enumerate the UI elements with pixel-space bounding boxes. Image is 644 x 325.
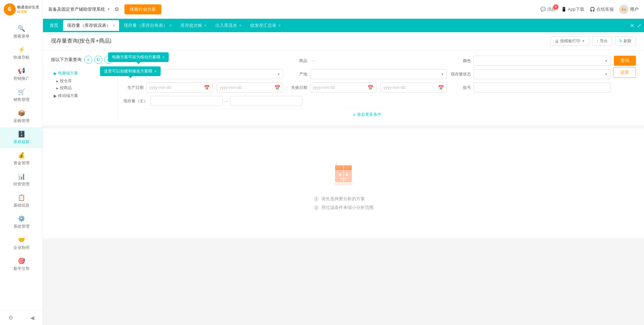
- collapse-btn[interactable]: ∧ 收起更多条件: [353, 112, 381, 117]
- collapse-bar: ∧ 收起更多条件: [123, 109, 610, 120]
- collapse-sidebar-btn[interactable]: ◀: [30, 315, 34, 321]
- filter-label: 按以下方案查询: [51, 57, 82, 63]
- size-select[interactable]: [146, 69, 283, 79]
- guide-icon: 🎯: [18, 257, 25, 265]
- stock-qty-from[interactable]: [150, 96, 223, 106]
- page-title: 现存量查询(按仓库+商品): [51, 38, 111, 45]
- expire-date-from[interactable]: yyyy-mm-dd 📅: [310, 83, 376, 93]
- refresh-btn[interactable]: ↻ 刷新: [615, 36, 636, 46]
- tab-inventory-dist[interactable]: 现存量（库存分布表） ×: [120, 20, 176, 31]
- sidebar-item-inventory[interactable]: 🗄️ 库存核算: [0, 127, 43, 148]
- tab-home[interactable]: 首页: [46, 20, 62, 31]
- sidebar-item-search-menu[interactable]: 🔍 搜索菜单: [0, 21, 43, 43]
- template-print-btn[interactable]: 🖨 按模板打印 ▼: [550, 36, 589, 46]
- add-scheme-btn[interactable]: +: [84, 56, 92, 64]
- stock-qty-to[interactable]: [230, 96, 302, 106]
- calendar-icon-3: 📅: [368, 85, 373, 90]
- produce-date-from[interactable]: yyyy-mm-dd 📅: [146, 83, 213, 93]
- scheme-item-warehouse[interactable]: ▸按仓库: [51, 77, 112, 85]
- sidebar: 6 畅通道好生意 标准版 🔍 搜索菜单 ⚡ 快速导航 📢 营销推广 🛒 销售管理…: [0, 0, 43, 325]
- search-btn[interactable]: 查询: [614, 56, 636, 66]
- refresh-scheme-btn[interactable]: ↻: [94, 56, 102, 64]
- tooltip1-close-btn[interactable]: ×: [162, 55, 165, 60]
- tooltip2-close-btn[interactable]: ×: [154, 69, 157, 74]
- produce-date-to[interactable]: yyyy-mm-dd 📅: [217, 83, 283, 93]
- origin-select-wrap: ▼: [310, 69, 447, 79]
- filter-field-stock-status: 现存量状态 ▼: [451, 69, 610, 79]
- sidebar-item-guide[interactable]: 🎯 新手引导: [0, 254, 43, 275]
- empty-step-1: 1 请先选择要分析的方案: [313, 195, 374, 203]
- empty-state: 1 请先选择要分析的方案 2 用过滤条件来缩小分析范围: [43, 128, 644, 238]
- tab-batch-account[interactable]: 库存批次账 ×: [176, 20, 211, 31]
- online-service-btn[interactable]: 🎧 在线客服: [590, 6, 614, 12]
- filter-header: 按以下方案查询 + ↻ ←: [51, 56, 112, 64]
- size-select-wrap: ▼: [146, 69, 283, 79]
- app-download-btn[interactable]: 📱 App下载: [561, 6, 584, 12]
- filter-field-batch: 批号: [451, 83, 610, 93]
- collapse-arrow-icon: ∧: [353, 112, 356, 117]
- scheme-item-goods[interactable]: ▸按商品: [51, 85, 112, 92]
- tab-close-batch-account[interactable]: ×: [204, 23, 207, 28]
- filter-field-expire-date: 失效日期 yyyy-mm-dd 📅 - yyyy-mm-dd 📅: [287, 83, 447, 93]
- topbar-right: 💬 消息 6 📱 App下载 🎧 在线客服 Ea 用户: [540, 5, 639, 14]
- sidebar-item-quick-nav[interactable]: ⚡ 快速导航: [0, 43, 43, 64]
- sidebar-item-system[interactable]: ⚙️ 系统管理: [0, 212, 43, 233]
- settings-gear-icon[interactable]: ⚙: [114, 6, 119, 12]
- expand-tab-btn[interactable]: ⤢: [637, 22, 641, 29]
- basic-info-icon: 📋: [18, 194, 25, 201]
- filter-row-4: 现存量（主） —: [123, 96, 610, 106]
- sidebar-bottom: ⚙ ◀: [0, 310, 43, 325]
- color-select[interactable]: [474, 56, 610, 66]
- tab-close-inout-flow[interactable]: ×: [239, 23, 241, 28]
- message-btn[interactable]: 💬 消息 6: [540, 6, 556, 12]
- settings-bottom-btn[interactable]: ⚙: [8, 315, 13, 321]
- sidebar-item-sales[interactable]: 🛒 销售管理: [0, 85, 43, 106]
- tabbar-actions: ✕ ⤢: [630, 22, 641, 29]
- sidebar-item-enterprise[interactable]: 🤝 企业协同: [0, 233, 43, 254]
- tabbar: 首页 现存量（库存状况表） × 现存量（库存分布表） × 库存批次账 × 出入库…: [43, 19, 644, 32]
- logo-icon: 6: [4, 3, 16, 15]
- sidebar-item-marketing[interactable]: 📢 营销推广: [0, 64, 43, 85]
- tooltip-pc-scheme: 电脑方案可设为移动方案哦 ×: [108, 52, 169, 62]
- origin-select[interactable]: [310, 69, 447, 79]
- sidebar-item-finance[interactable]: 💰 资金管理: [0, 148, 43, 169]
- tab-inout-flow[interactable]: 出入库流水 ×: [211, 20, 246, 31]
- sidebar-item-basic-info[interactable]: 📋 基础信息: [0, 191, 43, 212]
- reset-btn[interactable]: 设置: [613, 67, 636, 78]
- stock-status-select[interactable]: [474, 69, 610, 79]
- topbar: 装备及固定资产辅助管理系统 ▼ ⚙ 体验行业方案 💬 消息 6 📱 App下载 …: [43, 0, 644, 19]
- system-selector[interactable]: 装备及固定资产辅助管理系统 ▼: [48, 6, 110, 12]
- empty-step-2: 2 用过滤条件来缩小分析范围: [313, 204, 374, 211]
- tab-close-inventory-dist[interactable]: ×: [169, 23, 172, 28]
- industry-btn[interactable]: 体验行业方案: [124, 4, 161, 14]
- content-area: 现存量查询(按仓库+商品) 🖨 按模板打印 ▼ ↑ 导出 ↻ 刷新: [43, 32, 644, 325]
- svg-point-0: [333, 182, 354, 186]
- export-btn[interactable]: ↑ 导出: [592, 36, 612, 46]
- sidebar-nav: 🔍 搜索菜单 ⚡ 快速导航 📢 营销推广 🛒 销售管理 📦 采购管理 🗄️ 库存…: [0, 19, 43, 310]
- main-area: 装备及固定资产辅助管理系统 ▼ ⚙ 体验行业方案 💬 消息 6 📱 App下载 …: [43, 0, 644, 325]
- sidebar-item-operation[interactable]: 📊 经营管理: [0, 169, 43, 191]
- goods-dots[interactable]: ···: [311, 58, 316, 64]
- filter-row-2: 尺码 ▼ 产地 ▼: [123, 69, 610, 79]
- tab-close-receive-summary[interactable]: ×: [278, 23, 281, 28]
- close-all-tabs-btn[interactable]: ✕: [630, 22, 634, 29]
- tab-inventory-status[interactable]: 现存量（库存状况表） ×: [63, 20, 119, 31]
- message-icon: 💬: [540, 7, 546, 12]
- finance-icon: 💰: [18, 152, 25, 159]
- purchase-icon: 📦: [18, 109, 25, 117]
- page-header: 现存量查询(按仓库+商品) 🖨 按模板打印 ▼ ↑ 导出 ↻ 刷新: [43, 32, 644, 50]
- system-icon: ⚙️: [18, 215, 25, 222]
- sidebar-item-purchase[interactable]: 📦 采购管理: [0, 106, 43, 127]
- tab-receive-summary[interactable]: 收发存汇总表 ×: [246, 20, 285, 31]
- filter-field-color: 颜色 ▼: [451, 56, 610, 66]
- empty-steps: 1 请先选择要分析的方案 2 用过滤条件来缩小分析范围: [313, 195, 374, 211]
- scheme-tree-mobile[interactable]: ▶ 移动端方案: [51, 92, 112, 100]
- tab-close-inventory-status[interactable]: ×: [113, 23, 115, 28]
- expire-date-to[interactable]: yyyy-mm-dd 📅: [380, 83, 447, 93]
- batch-input[interactable]: [474, 83, 610, 93]
- svg-point-5: [345, 173, 348, 176]
- sales-icon: 🛒: [18, 88, 25, 96]
- filter-field-goods: 商品 ···: [287, 58, 447, 64]
- page-actions: 🖨 按模板打印 ▼ ↑ 导出 ↻ 刷新: [550, 36, 636, 46]
- user-avatar-area[interactable]: Ea 用户: [619, 5, 639, 14]
